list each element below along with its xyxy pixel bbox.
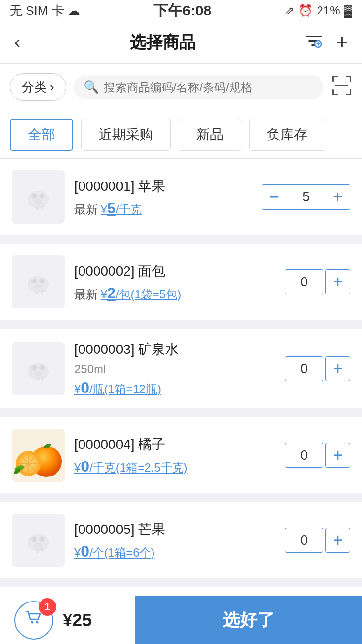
product-name: [0000002] 面包 bbox=[74, 262, 275, 280]
price-currency: ¥ bbox=[74, 461, 81, 474]
category-chevron: › bbox=[50, 80, 54, 95]
svg-rect-0 bbox=[306, 36, 322, 37]
sim-label: 无 SIM 卡 ☁ bbox=[10, 2, 80, 19]
nav-bar: ‹ 选择商品 + bbox=[0, 21, 362, 64]
product-price: 最新 ¥5/千克 bbox=[74, 199, 252, 217]
search-icon: 🔍 bbox=[84, 80, 99, 95]
tab-all[interactable]: 全部 bbox=[10, 119, 73, 151]
quantity-input[interactable] bbox=[285, 443, 323, 468]
search-input[interactable] bbox=[104, 81, 314, 94]
price-unit: /个(1箱=6个) bbox=[89, 546, 154, 559]
filter-icon[interactable] bbox=[306, 32, 322, 53]
tab-new[interactable]: 新品 bbox=[179, 119, 241, 151]
quantity-plus-button[interactable]: + bbox=[325, 269, 350, 294]
quantity-minus-button[interactable]: − bbox=[262, 184, 287, 210]
quantity-plus-button[interactable]: + bbox=[325, 184, 350, 210]
price-currency: ¥ bbox=[101, 203, 107, 216]
price-currency: ¥ bbox=[101, 288, 107, 301]
product-spec: 250ml bbox=[74, 363, 275, 376]
svg-point-49 bbox=[33, 538, 36, 541]
product-price: ¥0/个(1箱=6个) bbox=[74, 543, 275, 560]
svg-rect-11 bbox=[332, 89, 334, 95]
price-label: 最新 bbox=[74, 288, 101, 301]
product-controls: − + bbox=[262, 184, 350, 210]
list-item: [0000004] 橘子 ¥0/千克(1箱=2.5千克) + bbox=[0, 417, 362, 493]
status-time: 下午6:08 bbox=[153, 1, 211, 21]
quantity-input[interactable] bbox=[287, 184, 325, 210]
battery-icon: ▓ bbox=[344, 4, 353, 17]
search-box: 🔍 bbox=[74, 75, 323, 99]
quantity-plus-button[interactable]: + bbox=[325, 356, 350, 381]
product-controls: + bbox=[285, 356, 350, 381]
cart-total: ¥25 bbox=[63, 610, 92, 630]
product-list: 智十 [0000001] 苹果 最新 ¥5/千克 − + bbox=[0, 159, 362, 644]
price-label: 最新 bbox=[74, 203, 101, 216]
cart-button[interactable]: 1 bbox=[14, 601, 53, 640]
category-button[interactable]: 分类 › bbox=[10, 73, 66, 101]
quantity-input[interactable] bbox=[285, 528, 323, 553]
page-title: 选择商品 bbox=[130, 31, 195, 54]
product-image: 智十 bbox=[12, 255, 65, 308]
nav-actions: + bbox=[306, 31, 348, 53]
price-unit: /千克(1箱=2.5千克) bbox=[89, 461, 187, 474]
svg-point-66 bbox=[31, 621, 34, 624]
status-left: 无 SIM 卡 ☁ bbox=[10, 2, 80, 19]
cart-badge: 1 bbox=[39, 598, 56, 616]
svg-point-32 bbox=[33, 366, 36, 369]
product-name: [0000005] 芒果 bbox=[74, 520, 275, 539]
product-name: [0000004] 橘子 bbox=[74, 435, 275, 454]
quantity-input[interactable] bbox=[285, 356, 323, 381]
svg-point-25 bbox=[33, 280, 36, 282]
svg-rect-7 bbox=[332, 76, 334, 82]
tab-negative[interactable]: 负库存 bbox=[249, 119, 325, 151]
tabs-bar: 全部 近期采购 新品 负库存 bbox=[0, 111, 362, 159]
svg-point-26 bbox=[41, 280, 43, 282]
price-currency: ¥ bbox=[74, 546, 81, 559]
product-price: ¥0/千克(1箱=2.5千克) bbox=[74, 458, 275, 476]
svg-point-33 bbox=[41, 366, 43, 369]
product-controls: + bbox=[285, 269, 350, 294]
product-controls: + bbox=[285, 443, 350, 468]
quantity-plus-button[interactable]: + bbox=[325, 443, 350, 468]
filter-bar: 分类 › 🔍 bbox=[0, 64, 362, 111]
alarm-icon: ⏰ bbox=[298, 4, 313, 17]
product-info: [0000002] 面包 最新 ¥2/包(1袋=5包) bbox=[74, 262, 275, 302]
price-currency: ¥ bbox=[74, 382, 81, 395]
price-value: 0 bbox=[81, 543, 89, 560]
category-label: 分类 bbox=[22, 79, 47, 96]
confirm-button[interactable]: 选好了 bbox=[135, 596, 362, 644]
product-image bbox=[12, 429, 65, 482]
location-icon: ⇗ bbox=[285, 4, 294, 17]
price-unit: /千克 bbox=[116, 203, 142, 216]
price-value: 0 bbox=[81, 458, 89, 475]
cart-area: 1 ¥25 bbox=[0, 601, 135, 640]
product-name: [0000003] 矿泉水 bbox=[74, 340, 275, 359]
product-info: [0000005] 芒果 ¥0/个(1箱=6个) bbox=[74, 520, 275, 560]
product-name: [0000001] 苹果 bbox=[74, 177, 252, 196]
list-item: 智十 [0000005] 芒果 ¥0/个(1箱=6个) + bbox=[0, 502, 362, 578]
product-price: 最新 ¥2/包(1袋=5包) bbox=[74, 284, 275, 302]
add-icon[interactable]: + bbox=[336, 31, 348, 53]
svg-rect-14 bbox=[335, 85, 348, 86]
svg-point-19 bbox=[41, 195, 43, 197]
svg-text:智十: 智十 bbox=[34, 204, 46, 210]
svg-rect-13 bbox=[350, 89, 351, 95]
price-unit: /瓶(1箱=12瓶) bbox=[89, 382, 161, 395]
svg-point-18 bbox=[33, 195, 36, 197]
battery-label: 21% bbox=[317, 4, 340, 17]
tab-recent[interactable]: 近期采购 bbox=[81, 119, 171, 151]
product-info: [0000004] 橘子 ¥0/千克(1箱=2.5千克) bbox=[74, 435, 275, 476]
quantity-input[interactable] bbox=[285, 269, 323, 294]
status-bar: 无 SIM 卡 ☁ 下午6:08 ⇗ ⏰ 21% ▓ bbox=[0, 0, 362, 21]
scan-icon[interactable] bbox=[331, 75, 352, 100]
list-item: 智十 [0000002] 面包 最新 ¥2/包(1袋=5包) + bbox=[0, 244, 362, 320]
price-value: 5 bbox=[107, 199, 116, 217]
svg-point-67 bbox=[36, 621, 39, 624]
quantity-plus-button[interactable]: + bbox=[325, 528, 350, 553]
svg-rect-9 bbox=[350, 76, 351, 82]
svg-text:智十: 智十 bbox=[34, 289, 46, 295]
price-value: 2 bbox=[107, 284, 116, 302]
price-value: 0 bbox=[81, 379, 89, 396]
back-button[interactable]: ‹ bbox=[14, 32, 20, 53]
bottom-bar: 1 ¥25 选好了 bbox=[0, 596, 362, 644]
